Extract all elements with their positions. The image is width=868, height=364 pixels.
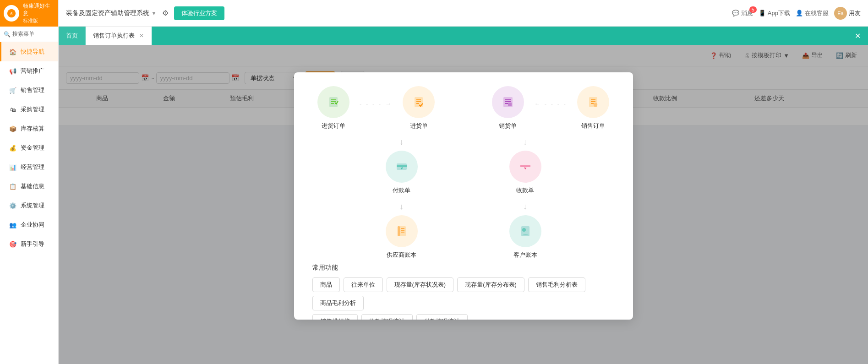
func-btn-stock-dist[interactable]: 现存量(库存分布表) bbox=[457, 277, 524, 292]
app-download-action[interactable]: 📱 App下载 bbox=[759, 9, 790, 17]
arrow-down-receipt: ↓ bbox=[523, 137, 527, 147]
sidebar-item-inventory[interactable]: 📦 库存核算 bbox=[0, 119, 58, 138]
gear-icon: ⚙️ bbox=[9, 201, 17, 210]
search-menu[interactable]: 🔍 搜索菜单 bbox=[0, 27, 58, 42]
svg-rect-14 bbox=[508, 103, 512, 106]
cart-icon: 🛒 bbox=[9, 86, 17, 94]
message-icon: 💬 bbox=[732, 10, 739, 16]
sidebar-item-enterprise[interactable]: 👥 企业协同 bbox=[0, 215, 58, 234]
sidebar-item-finance[interactable]: 💰 资金管理 bbox=[0, 138, 58, 158]
sidebar-item-purchase[interactable]: 🛍 采购管理 bbox=[0, 100, 58, 119]
sidebar-item-operations[interactable]: 📊 经营管理 bbox=[0, 158, 58, 177]
online-service-action[interactable]: 👤 在线客服 bbox=[796, 9, 829, 17]
col-customer-ledger: ↓ 客户账本 bbox=[509, 202, 541, 259]
flow-node-purchase-order[interactable]: 进货订单 bbox=[317, 86, 349, 130]
payment-icon: ¥ bbox=[386, 151, 418, 183]
message-badge: 5 bbox=[749, 6, 757, 13]
col-payment: ↓ ¥ 付款单 bbox=[386, 137, 418, 195]
chart-icon: 📊 bbox=[9, 163, 17, 171]
quick-nav-modal: 进货订单 - - - - → bbox=[294, 72, 633, 320]
svg-text:¥: ¥ bbox=[524, 166, 526, 170]
sidebar-item-sales[interactable]: 🛒 销售管理 bbox=[0, 81, 58, 100]
col-receipt: ↓ ¥ 收款单 bbox=[509, 137, 541, 195]
svg-point-19 bbox=[594, 103, 597, 107]
modal-overlay[interactable]: 进货订单 - - - - → bbox=[59, 45, 868, 364]
sidebar-item-newbie[interactable]: 🎯 新手引导 bbox=[0, 234, 58, 254]
main-area: 装备及固定资产辅助管理系统 ▼ ⚙ 体验行业方案 💬 消息 5 📱 App下载 … bbox=[59, 0, 868, 364]
flow-node-sales-bill[interactable]: 销货单 bbox=[492, 86, 524, 130]
guide-icon: 🎯 bbox=[9, 240, 17, 248]
dropdown-arrow-icon: ▼ bbox=[151, 10, 157, 16]
col-supplier-ledger: ↓ bbox=[386, 202, 418, 259]
arrow-down-customer: ↓ bbox=[523, 202, 527, 212]
arrow-purchase: - - - - → bbox=[360, 100, 393, 116]
home-icon: 🏠 bbox=[9, 48, 17, 56]
logo-title: 畅康通好生意 bbox=[23, 2, 55, 18]
megaphone-icon: 📢 bbox=[9, 67, 17, 75]
func-btn-receipt-stats[interactable]: 收款情况统计 bbox=[361, 314, 413, 320]
svg-point-32 bbox=[522, 228, 526, 232]
func-btn-payment-stats[interactable]: 付款情况统计 bbox=[416, 314, 468, 320]
money-icon: 💰 bbox=[9, 144, 17, 152]
arrow-sales: ← - - - - bbox=[534, 100, 567, 116]
svg-text:6: 6 bbox=[11, 11, 13, 16]
user-avatar[interactable]: Ea 用友 bbox=[834, 7, 861, 20]
svg-rect-27 bbox=[398, 226, 400, 236]
flow-node-customer-ledger[interactable]: 客户账本 bbox=[509, 215, 541, 259]
func-btn-stock-status[interactable]: 现存量(库存状况表) bbox=[387, 277, 454, 292]
flow-node-payment[interactable]: ¥ 付款单 bbox=[386, 151, 418, 195]
supplier-ledger-icon bbox=[386, 215, 418, 247]
flow-diagram: 进货订单 - - - - → bbox=[312, 86, 615, 259]
logo-icon: 6 bbox=[4, 5, 19, 22]
common-func-title: 常用功能 bbox=[312, 264, 615, 272]
receipt-icon: ¥ bbox=[509, 151, 541, 183]
info-icon: 📋 bbox=[9, 182, 17, 190]
sales-order-icon bbox=[577, 86, 609, 118]
common-functions: 常用功能 商品 往来单位 现存量(库存状况表) 现存量(库存分布表) 销售毛利分… bbox=[312, 264, 615, 320]
tab-home[interactable]: 首页 bbox=[59, 27, 86, 45]
purchase-bill-icon bbox=[403, 86, 435, 118]
bag-icon: 🛍 bbox=[9, 105, 17, 114]
sidebar-item-system[interactable]: ⚙️ 系统管理 bbox=[0, 196, 58, 215]
flow-node-supplier-ledger[interactable]: 供应商账本 bbox=[386, 215, 418, 259]
experience-button[interactable]: 体验行业方案 bbox=[174, 6, 224, 20]
system-title: 装备及固定资产辅助管理系统 bbox=[66, 9, 149, 17]
tabbar: 首页 销售订单执行表 ✕ ✕ bbox=[59, 27, 868, 45]
sidebar: 6 畅康通好生意 标准版 🔍 搜索菜单 🏠 快捷导航 📢 营销推广 🛒 bbox=[0, 0, 59, 364]
sidebar-item-quick-nav[interactable]: 🏠 快捷导航 bbox=[0, 42, 58, 61]
sidebar-nav: 🏠 快捷导航 📢 营销推广 🛒 销售管理 🛍 采购管理 📦 库存核算 💰 bbox=[0, 42, 58, 364]
func-btn-product[interactable]: 商品 bbox=[312, 277, 340, 292]
func-btn-sales-profit[interactable]: 销售毛利分析表 bbox=[528, 277, 585, 292]
team-icon: 👥 bbox=[9, 221, 17, 229]
flow-node-receipt[interactable]: ¥ 收款单 bbox=[509, 151, 541, 195]
flow-node-purchase-bill[interactable]: 进货单 bbox=[403, 86, 435, 130]
tab-sales-order[interactable]: 销售订单执行表 ✕ bbox=[86, 27, 152, 45]
phone-icon: 📱 bbox=[759, 10, 766, 16]
system-title-dropdown[interactable]: 装备及固定资产辅助管理系统 ▼ bbox=[66, 9, 157, 17]
sales-bill-icon bbox=[492, 86, 524, 118]
func-btn-product-profit[interactable]: 商品毛利分析 bbox=[312, 296, 364, 310]
purchase-order-icon bbox=[317, 86, 349, 118]
content-area: ❓ 帮助 🖨 按模板打印 ▼ 📤 导出 🔄 刷新 bbox=[59, 45, 868, 364]
settings-button[interactable]: ⚙ bbox=[162, 9, 169, 17]
service-icon: 👤 bbox=[796, 10, 803, 16]
sidebar-item-basic-info[interactable]: 📋 基础信息 bbox=[0, 177, 58, 196]
avatar-circle: Ea bbox=[834, 7, 847, 20]
logo-sub: 标准版 bbox=[23, 17, 55, 24]
customer-ledger-icon bbox=[509, 215, 541, 247]
tab-close-button[interactable]: ✕ bbox=[139, 33, 144, 39]
func-btn-partner[interactable]: 往来单位 bbox=[344, 277, 383, 292]
tabbar-close-button[interactable]: ✕ bbox=[847, 27, 868, 45]
func-btn-sales-rank[interactable]: 销售排行榜 bbox=[312, 314, 358, 320]
sidebar-item-marketing[interactable]: 📢 营销推广 bbox=[0, 61, 58, 81]
message-action[interactable]: 💬 消息 5 bbox=[732, 9, 753, 17]
search-icon: 🔍 bbox=[4, 31, 11, 38]
topbar: 装备及固定资产辅助管理系统 ▼ ⚙ 体验行业方案 💬 消息 5 📱 App下载 … bbox=[59, 0, 868, 27]
sidebar-logo: 6 畅康通好生意 标准版 bbox=[0, 0, 58, 27]
flow-node-sales-order[interactable]: 销售订单 bbox=[577, 86, 609, 130]
svg-text:¥: ¥ bbox=[400, 166, 403, 170]
svg-rect-2 bbox=[329, 97, 338, 107]
arrow-down-supplier: ↓ bbox=[399, 202, 404, 212]
arrow-down-payment: ↓ bbox=[399, 137, 404, 147]
func-btns-row1: 商品 往来单位 现存量(库存状况表) 现存量(库存分布表) 销售毛利分析表 商品… bbox=[312, 277, 615, 310]
